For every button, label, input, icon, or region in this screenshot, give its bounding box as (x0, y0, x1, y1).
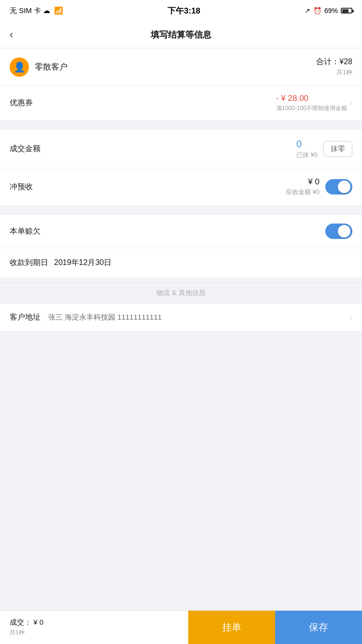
address-chevron: › (350, 313, 352, 322)
already-text: 已抹 ¥0 (296, 151, 318, 159)
customer-section: 👤 零散客户 合计：¥28 共1种 优惠券 - ¥ 28.00 满1000-10… (0, 48, 362, 120)
transaction-label: 成交金额 (10, 144, 41, 154)
status-right: ↗ ⏰ 69% (305, 7, 352, 14)
coupon-chevron: › (350, 99, 352, 108)
back-button[interactable]: ‹ (10, 28, 13, 41)
battery-icon (341, 8, 352, 14)
prepayment-sub: 应收金额 ¥0 (286, 188, 320, 196)
customer-row: 👤 零散客户 合计：¥28 共1种 (0, 48, 362, 85)
separator-1 (0, 125, 362, 130)
bottom-deal: 成交： ¥ 0 (10, 618, 179, 627)
bottom-count: 共1种 (10, 629, 179, 637)
save-button[interactable]: 保存 (275, 611, 362, 644)
round-button[interactable]: 抹零 (323, 141, 352, 157)
wifi-icon: 📶 (54, 6, 63, 15)
hold-button[interactable]: 挂单 (188, 611, 275, 644)
customer-name: 零散客户 (35, 61, 68, 72)
status-left: 无 SIM 卡 ☁ 📶 (10, 6, 63, 15)
address-row[interactable]: 客户地址 张三 海淀永丰科技园 11111111111 › (0, 304, 362, 331)
due-date-row: 收款到期日 2019年12月30日 (0, 248, 362, 278)
transaction-amount-row: 成交金额 0 已抹 ¥0 抹零 (0, 130, 362, 168)
prepayment-right: ¥ 0 应收金额 ¥0 (286, 177, 352, 196)
debt-section: 本单赊欠 收款到期日 2019年12月30日 (0, 215, 362, 278)
customer-right: 合计：¥28 共1种 (316, 57, 352, 77)
sim-label: 无 SIM 卡 ☁ (10, 6, 50, 15)
divider-text: 物流 & 其他信息 (156, 289, 205, 297)
status-time: 下午3:18 (167, 5, 200, 16)
battery-percent: 69% (324, 7, 338, 14)
debt-toggle[interactable] (325, 224, 352, 239)
prepayment-row: 冲预收 ¥ 0 应收金额 ¥0 (0, 168, 362, 205)
customer-total: 合计：¥28 (316, 57, 352, 67)
separator-2 (0, 210, 362, 215)
prepayment-amount-block: ¥ 0 应收金额 ¥0 (286, 177, 320, 196)
bottom-summary: 成交： ¥ 0 共1种 (0, 611, 188, 644)
location-icon: ↗ (305, 7, 310, 14)
debt-toggle-knob (338, 225, 350, 238)
transaction-right: 0 已抹 ¥0 抹零 (296, 139, 352, 159)
prepayment-toggle[interactable] (325, 179, 352, 195)
coupon-desc: 满1000-100不限制使用金额 (276, 104, 347, 112)
prepayment-label: 冲预收 (10, 182, 33, 192)
status-bar: 无 SIM 卡 ☁ 📶 下午3:18 ↗ ⏰ 69% (0, 0, 362, 21)
avatar-icon: 👤 (14, 61, 26, 73)
coupon-amount: - ¥ 28.00 (276, 94, 347, 103)
page-title: 填写结算等信息 (151, 29, 211, 41)
nav-bar: ‹ 填写结算等信息 (0, 21, 362, 48)
avatar: 👤 (10, 57, 29, 77)
debt-label: 本单赊欠 (10, 226, 41, 237)
transaction-section: 成交金额 0 已抹 ¥0 抹零 冲预收 ¥ 0 应收金额 ¥0 (0, 130, 362, 205)
due-date-label: 收款到期日 (10, 258, 48, 268)
address-label: 客户地址 (10, 312, 43, 322)
due-date-value: 2019年12月30日 (54, 258, 111, 268)
address-value: 张三 海淀永丰科技园 11111111111 (48, 313, 350, 322)
coupon-label: 优惠券 (10, 98, 33, 108)
debt-row: 本单赊欠 (0, 215, 362, 248)
prepayment-amount: ¥ 0 (286, 177, 320, 187)
customer-count: 共1种 (316, 68, 352, 77)
transaction-value: 0 (296, 139, 318, 150)
alarm-icon: ⏰ (313, 7, 321, 14)
bottom-bar: 成交： ¥ 0 共1种 挂单 保存 (0, 610, 362, 644)
logistics-divider: 物流 & 其他信息 (0, 282, 362, 304)
toggle-knob (338, 181, 350, 193)
coupon-row[interactable]: 优惠券 - ¥ 28.00 满1000-100不限制使用金额 › (0, 85, 362, 120)
customer-left: 👤 零散客户 (10, 57, 68, 77)
